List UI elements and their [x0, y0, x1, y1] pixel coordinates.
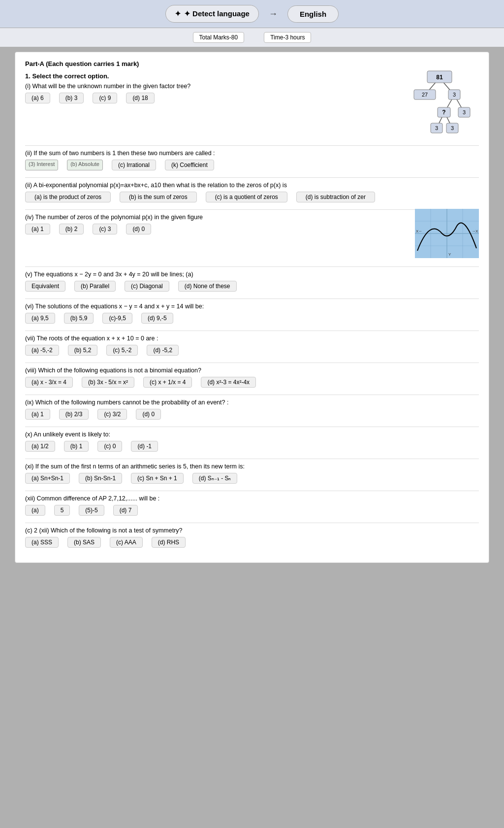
qv-opt-a[interactable]: Equivalent [25, 281, 65, 292]
qvii-opt-d[interactable]: (d) -5,2 [147, 345, 179, 356]
qxi-options: (a) Sn+Sn-1 (b) Sn-Sn-1 (c) Sn + Sn + 1 … [25, 473, 479, 484]
qxi-opt-a[interactable]: (a) Sn+Sn-1 [25, 473, 70, 484]
detect-language-button[interactable]: ✦ ✦ Detect language [165, 5, 259, 23]
total-marks: Total Marks-80 [193, 32, 245, 43]
qxii-opt-a[interactable]: (a) [25, 505, 45, 516]
qii-options: (3) Interest (b) Absolute (c) Irrational… [25, 160, 479, 170]
svg-text:81: 81 [436, 74, 443, 81]
qviii-opt-b[interactable]: (b) 3x - 5/x = x² [82, 377, 134, 388]
qiii-opt-c[interactable]: (c) is a quotient of zeros [206, 192, 287, 202]
qix-options: (a) 1 (b) 2/3 (c) 3/2 (d) 0 [25, 409, 479, 420]
svg-text:?: ? [442, 109, 445, 116]
qx-opt-d[interactable]: (d) -1 [131, 441, 158, 452]
qv-text: (v) The equations x − 2y = 0 and 3x + 4y… [25, 271, 479, 278]
question-viii: (viii) Which of the following equations … [25, 367, 479, 388]
qviii-opt-c[interactable]: (c) x + 1/x = 4 [143, 377, 192, 388]
qxi-opt-b[interactable]: (b) Sn-Sn-1 [79, 473, 122, 484]
qii-opt-d[interactable]: (k) Coefficient [165, 160, 214, 170]
qi-opt-b[interactable]: (b) 3 [59, 93, 84, 103]
qii-text: (ii) If the sum of two numbers is 1 then… [25, 150, 479, 157]
question-ix: (ix) Which of the following numbers cann… [25, 399, 479, 420]
arrow-icon: → [269, 9, 278, 19]
qix-text: (ix) Which of the following numbers cann… [25, 399, 479, 406]
qiv-opt-a[interactable]: (a) 1 [25, 224, 50, 234]
qxii-opt-d[interactable]: (d) 7 [113, 505, 138, 516]
part-a-title: Part-A (Each question carries 1 mark) [25, 60, 479, 67]
qiv-opt-c[interactable]: (c) 3 [93, 224, 117, 234]
time: Time-3 hours [264, 32, 311, 43]
qix-opt-d[interactable]: (d) 0 [136, 409, 161, 420]
qxi-opt-d[interactable]: (d) Sₙ₋₁ - Sₙ [192, 473, 238, 484]
qiv-opt-d[interactable]: (d) 0 [126, 224, 151, 234]
qii-opt-b[interactable]: (b) Absolute [67, 160, 103, 170]
qvi-opt-c[interactable]: (c)-9,5 [102, 313, 132, 324]
qvi-opt-d[interactable]: (d) 9,-5 [141, 313, 173, 324]
qv-opt-b[interactable]: (b) Parallel [74, 281, 116, 292]
qxiii-opt-d[interactable]: (d) RHS [152, 537, 186, 548]
qvi-options: (a) 9,5 (b) 5,9 (c)-9,5 (d) 9,-5 [25, 313, 479, 324]
svg-text:X←: X← [416, 229, 422, 233]
question-ii: (ii) If the sum of two numbers is 1 then… [25, 150, 479, 170]
svg-text:3: 3 [453, 92, 456, 98]
qxii-options: (a) 5 (5)-5 (d) 7 [25, 505, 479, 516]
detect-label: ✦ Detect language [184, 9, 250, 18]
qxiii-opt-c[interactable]: (c) AAA [110, 537, 143, 548]
top-bar: ✦ ✦ Detect language → English [0, 0, 504, 28]
svg-text:Y: Y [448, 252, 451, 257]
polynomial-graph: X← →X Y [415, 209, 479, 260]
detect-icon: ✦ [175, 9, 181, 18]
question-vi: (vi) The solutions of the equations x − … [25, 303, 479, 324]
question-iv: X← →X Y (iv) The number of zeros of the … [25, 214, 479, 260]
qxi-text: (xi) If the sum of the first n terms of … [25, 463, 479, 470]
qviii-opt-a[interactable]: (a) x - 3/x = 4 [25, 377, 73, 388]
qv-options: Equivalent (b) Parallel (c) Diagonal (d)… [25, 281, 479, 292]
english-button[interactable]: English [287, 5, 339, 23]
qiii-opt-d[interactable]: (d) is subtraction of zer [296, 192, 375, 202]
qv-opt-c[interactable]: (c) Diagonal [125, 281, 169, 292]
question-vii: (vii) The roots of the equation x + x + … [25, 335, 479, 356]
qvii-text: (vii) The roots of the equation x + x + … [25, 335, 479, 342]
qxiii-options: (a) SSS (b) SAS (c) AAA (d) RHS [25, 537, 479, 548]
qix-opt-b[interactable]: (b) 2/3 [59, 409, 89, 420]
question-xii: (xii) Common difference of AP 2,7,12,...… [25, 495, 479, 516]
qiii-opt-b[interactable]: (b) is the sum of zeros [120, 192, 197, 202]
qx-text: (x) An unlikely event is likely to: [25, 431, 479, 438]
qvi-opt-b[interactable]: (b) 5,9 [64, 313, 94, 324]
qvii-opt-a[interactable]: (a) -5,-2 [25, 345, 59, 356]
qvi-opt-a[interactable]: (a) 9,5 [25, 313, 55, 324]
qiii-opt-a[interactable]: (a) is the product of zeros [25, 192, 111, 202]
qii-opt-a[interactable]: (3) Interest [25, 160, 58, 170]
question-v: (v) The equations x − 2y = 0 and 3x + 4y… [25, 271, 479, 292]
content-area: Part-A (Each question carries 1 mark) 1.… [15, 52, 489, 563]
qv-opt-d[interactable]: (d) None of these [178, 281, 237, 292]
question-x: (x) An unlikely event is likely to: (a) … [25, 431, 479, 452]
qi-opt-a[interactable]: (a) 6 [25, 93, 50, 103]
qi-opt-c[interactable]: (c) 9 [93, 93, 117, 103]
factor-tree: 81 3 27 3 ? 3 3 [400, 68, 479, 138]
qix-opt-a[interactable]: (a) 1 [25, 409, 50, 420]
qix-opt-c[interactable]: (c) 3/2 [97, 409, 127, 420]
qvii-options: (a) -5,-2 (b) 5,2 (c) 5,-2 (d) -5,2 [25, 345, 479, 356]
qx-opt-c[interactable]: (c) 0 [97, 441, 122, 452]
question-i: 81 3 27 3 ? 3 3 (i) Wh [25, 83, 479, 138]
svg-text:27: 27 [422, 92, 428, 98]
qiv-opt-b[interactable]: (b) 2 [59, 224, 84, 234]
svg-text:3: 3 [463, 109, 466, 115]
qxiii-opt-b[interactable]: (b) SAS [67, 537, 101, 548]
qx-opt-b[interactable]: (b) 1 [64, 441, 89, 452]
qxii-opt-c[interactable]: (5)-5 [79, 505, 104, 516]
qvii-opt-b[interactable]: (b) 5,2 [68, 345, 98, 356]
question-iii: (ii) A bi-exponential polynomial p(x)=ax… [25, 182, 479, 202]
qxiii-opt-a[interactable]: (a) SSS [25, 537, 59, 548]
qx-opt-a[interactable]: (a) 1/2 [25, 441, 55, 452]
meta-row: Total Marks-80 Time-3 hours [0, 28, 504, 47]
qii-opt-c[interactable]: (c) Irrational [112, 160, 156, 170]
qxii-opt-b[interactable]: 5 [54, 505, 70, 516]
qiii-options: (a) is the product of zeros (b) is the s… [25, 192, 479, 202]
qiv-options: (a) 1 (b) 2 (c) 3 (d) 0 [25, 224, 410, 234]
qxi-opt-c[interactable]: (c) Sn + Sn + 1 [131, 473, 184, 484]
qviii-opt-d[interactable]: (d) x²-3 = 4x²-4x [201, 377, 256, 388]
qi-opt-d[interactable]: (d) 18 [126, 93, 154, 103]
question-xiii: (c) 2 (xii) Which of the following is no… [25, 527, 479, 548]
qvii-opt-c[interactable]: (c) 5,-2 [106, 345, 138, 356]
